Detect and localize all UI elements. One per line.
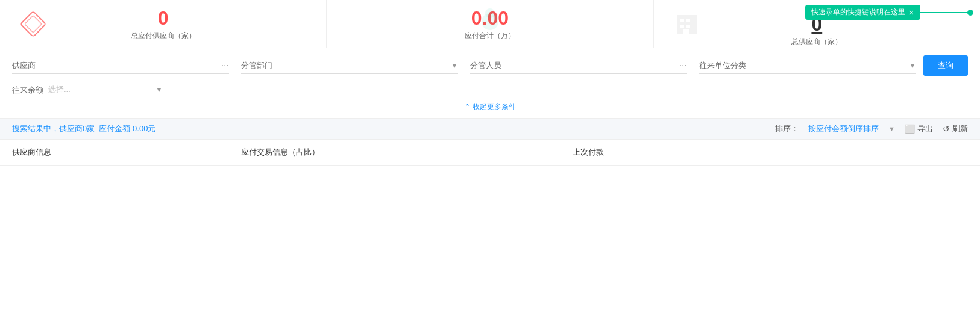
person-label: 分管人员 [470, 60, 501, 71]
department-field: 分管部门 ▼ [241, 58, 458, 74]
balance-placeholder: 选择... [48, 84, 153, 95]
piggy-icon [475, 5, 505, 35]
unit-class-arrow-icon[interactable]: ▼ [909, 61, 916, 70]
svg-rect-9 [686, 25, 690, 28]
result-info: 搜索结果中，供应商0家 应付金额 0.00元 [12, 123, 155, 134]
department-label: 分管部门 [241, 60, 272, 71]
diamond-icon [18, 9, 48, 39]
content-area [0, 166, 980, 310]
stats-bar: 0 总应付供应商（家） 0.00 应付合计（万） 快速录单的快捷键说明在这里 × [0, 0, 980, 48]
tooltip-bubble: 快速录单的快捷键说明在这里 × [805, 5, 920, 20]
person-field: 分管人员 ··· [470, 58, 687, 74]
svg-rect-6 [680, 19, 684, 22]
search-row-1: 供应商 ··· 分管部门 ▼ 分管人员 ··· 往来单位分类 ▼ 查询 [12, 55, 968, 76]
refresh-label: 刷新 [952, 123, 968, 134]
unit-class-label: 往来单位分类 [699, 60, 746, 71]
result-bar: 搜索结果中，供应商0家 应付金额 0.00元 排序： 按应付会额倒序排序 ▼ ⬜… [0, 119, 980, 140]
col-payment-header: 上次付款 [573, 147, 968, 158]
department-arrow-icon[interactable]: ▼ [451, 61, 458, 70]
supplier-label: 供应商 [12, 60, 42, 71]
supplier-dots-btn[interactable]: ··· [221, 60, 229, 71]
sort-label: 排序： [775, 123, 799, 134]
export-btn[interactable]: ⬜ 导出 [905, 123, 933, 134]
svg-rect-10 [683, 29, 689, 34]
refresh-btn[interactable]: ↺ 刷新 [943, 123, 968, 134]
svg-point-4 [493, 14, 499, 20]
table-header: 供应商信息 应付交易信息（占比） 上次付款 [0, 140, 980, 166]
payable-suppliers-number: 0 [158, 7, 169, 29]
refresh-icon: ↺ [943, 124, 950, 134]
unit-class-input[interactable] [751, 61, 909, 70]
tooltip-dot [967, 10, 973, 16]
svg-rect-0 [20, 11, 46, 36]
building-icon [672, 9, 702, 39]
query-button[interactable]: 查询 [923, 55, 968, 76]
payable-suppliers-label: 总应付供应商（家） [131, 31, 196, 41]
collapse-label: 收起更多条件 [473, 102, 516, 112]
department-input[interactable] [277, 61, 451, 70]
balance-arrow-icon: ▼ [155, 85, 163, 94]
tooltip-close-btn[interactable]: × [909, 8, 914, 17]
export-label: 导出 [917, 123, 933, 134]
search-area: 供应商 ··· 分管部门 ▼ 分管人员 ··· 往来单位分类 ▼ 查询 往来余额… [0, 48, 980, 119]
stat-payable-suppliers: 0 总应付供应商（家） [0, 0, 327, 48]
balance-select[interactable]: 选择... ▼ [48, 82, 163, 98]
search-row-2: 往来余额 选择... ▼ [12, 82, 968, 98]
export-icon: ⬜ [905, 124, 915, 134]
total-suppliers-label: 总供应商（家） [791, 37, 842, 47]
result-text-prefix: 搜索结果中，供应商 [12, 124, 83, 133]
unit-class-field: 往来单位分类 ▼ [699, 58, 916, 74]
supplier-input[interactable] [47, 61, 221, 70]
col-supplier-header: 供应商信息 [12, 147, 241, 158]
sort-value-btn[interactable]: 按应付会额倒序排序 [808, 123, 879, 134]
collapse-chevron-icon: ⌃ [465, 103, 470, 111]
result-actions: 排序： 按应付会额倒序排序 ▼ ⬜ 导出 ↺ 刷新 [775, 123, 968, 134]
person-input[interactable] [506, 61, 679, 70]
result-amount-value: 0.00元 [133, 124, 155, 133]
supplier-field: 供应商 ··· [12, 58, 229, 74]
stat-payable-total: 0.00 应付合计（万） [327, 0, 653, 48]
sort-arrow-icon: ▼ [888, 125, 895, 132]
collapse-btn[interactable]: ⌃ 收起更多条件 [12, 98, 968, 118]
svg-rect-7 [686, 19, 690, 22]
result-text-mid: 家 [87, 124, 95, 133]
col-transaction-header: 应付交易信息（占比） [241, 147, 573, 158]
stat-total-suppliers: 快速录单的快捷键说明在这里 × 0 总供应商（家） [654, 0, 980, 48]
balance-label: 往来余额 [12, 85, 43, 96]
result-amount-label: 应付金额 [99, 124, 130, 133]
person-dots-btn[interactable]: ··· [679, 60, 687, 71]
tooltip-text: 快速录单的快捷键说明在这里 [811, 7, 905, 17]
svg-rect-8 [680, 25, 684, 28]
